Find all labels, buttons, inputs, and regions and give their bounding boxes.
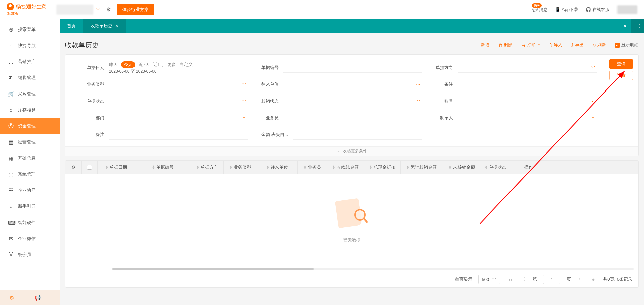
nav-label: 采购管理 [18,91,36,97]
nav-label: 基础信息 [18,155,36,161]
import-icon: ⤵ [550,43,552,48]
remark-input[interactable] [458,79,597,89]
sidebar-item-11[interactable]: ☼新手引导 [0,198,60,215]
sidebar-item-9[interactable]: ◌系统管理 [0,166,60,182]
column-header[interactable]: ▲▼收款总金额 [327,161,364,174]
sidebar-item-4[interactable]: 🛒采购管理 [0,86,60,102]
sidebar-item-7[interactable]: ▤经营管理 [0,134,60,150]
query-button[interactable]: 查询 [609,59,633,69]
sort-icon: ▲▼ [448,165,452,169]
first-page-button[interactable]: ⏮ [506,277,514,282]
column-header[interactable]: ▲▼单据编号 [135,161,191,174]
phone-icon: 📱 [555,7,560,12]
filter-panel: 查询 设置 单据日期 昨天今天近7天近1月更多自定义 2023-06-06 至 … [65,54,639,156]
sidebar-item-2[interactable]: ⛶营销推广 [0,54,60,70]
experience-button[interactable]: 体验行业方案 [117,4,154,15]
biztype-select[interactable]: ﹀ [109,79,248,89]
column-header[interactable]: ▲▼业务类型 [224,161,257,174]
messages-link[interactable]: 💬 消息 99+ [532,7,548,13]
creator-select[interactable]: ﹀ [458,113,597,123]
fullscreen-button[interactable]: ⛶ [631,19,644,33]
announce-icon[interactable]: 📢 [34,295,41,301]
import-button[interactable]: ⤵导入 [550,42,562,48]
date-pill-4[interactable]: 更多 [167,62,176,68]
staff-select[interactable]: ⋯ [283,113,422,123]
sidebar-item-8[interactable]: ▦基础信息 [0,150,60,166]
refresh-button[interactable]: ↻刷新 [592,42,606,48]
sidebar-item-6[interactable]: Ⓢ资金管理 [0,118,60,134]
date-pill-0[interactable]: 昨天 [109,62,118,68]
partner-select[interactable]: ⋯ [283,79,422,89]
org-switcher[interactable]: ﹀ [56,5,100,15]
tab-active-label: 收款单历史 [91,23,112,29]
per-page-select[interactable]: 500 ﹀ [478,274,501,284]
amounthead-input[interactable] [293,130,422,140]
sidebar-item-14[interactable]: V畅会员 [0,247,60,263]
direction-select[interactable]: ﹀ [458,63,597,73]
table-settings-header[interactable]: ⚙ [65,161,82,174]
content-area: 收款单历史 ＋新增 🗑删除 🖨打印 ﹀ ⤵导入 ⤴导出 ↻刷新 ✓显示明细 查询… [60,33,644,305]
user-avatar[interactable] [617,5,637,14]
docstatus-select[interactable]: ﹀ [109,96,248,106]
headset-icon: 🎧 [586,7,591,12]
column-header[interactable]: 操作 [510,161,547,174]
column-header[interactable]: ▲▼单据状态 [481,161,510,174]
filter-staff-label: 业务员 [248,115,279,121]
empty-illustration [333,198,370,231]
settings-button[interactable]: 设置 [609,71,633,80]
tab-close-button[interactable]: ✕ [619,19,631,33]
nav-icon: ☼ [8,203,14,209]
print-button[interactable]: 🖨打印 ﹀ [521,42,541,48]
add-button[interactable]: ＋新增 [475,42,489,48]
close-icon[interactable]: ✕ [115,24,118,28]
column-header[interactable]: ▲▼单据方向 [191,161,224,174]
sidebar-item-3[interactable]: 🛍销售管理 [0,70,60,86]
column-header[interactable]: ▲▼总现金折扣 [364,161,401,174]
sort-icon: ▲▼ [229,165,233,169]
sidebar-item-12[interactable]: ⌨智能硬件 [0,215,60,231]
filter-date-label: 单据日期 [73,65,104,71]
doc-no-input[interactable] [283,63,422,73]
column-header[interactable]: ▲▼未核销金额 [442,161,481,174]
sidebar-item-5[interactable]: ⌂库存核算 [0,102,60,118]
remark2-input[interactable] [109,130,248,140]
support-link[interactable]: 🎧 在线客服 [586,7,610,13]
settings-icon[interactable]: ⚙ [9,295,14,301]
column-header[interactable]: ▲▼往来单位 [257,161,298,174]
account-select[interactable]: ⋯ [458,96,597,106]
date-pill-1[interactable]: 今天 [121,61,135,68]
verify-select[interactable]: ﹀ [283,96,422,106]
collapse-filters[interactable]: ︿ 收起更多条件 [65,146,638,156]
sidebar-item-13[interactable]: ✉企业微信 [0,231,60,247]
horizontal-scrollbar[interactable] [65,267,638,271]
date-pill-2[interactable]: 近7天 [139,62,150,68]
sort-icon: ▲▼ [406,165,410,169]
tab-receipts-history[interactable]: 收款单历史 ✕ [83,19,126,33]
sort-icon: ▲▼ [332,165,335,169]
show-detail-toggle[interactable]: ✓显示明细 [615,42,639,48]
column-header[interactable]: ▲▼业务员 [298,161,327,174]
sidebar-item-1[interactable]: ⌂快捷导航 [0,38,60,54]
dept-select[interactable]: ﹀ [109,113,248,123]
chevron-down-icon: ﹀ [492,276,497,282]
date-pill-3[interactable]: 近1月 [153,62,164,68]
column-header[interactable]: ▲▼累计核销金额 [401,161,442,174]
nav-label: 快捷导航 [18,43,36,49]
app-download-link[interactable]: 📱 App下载 [555,7,578,13]
gear-icon[interactable]: ⚙ [106,6,111,13]
chevron-down-icon: ﹀ [537,42,541,48]
tab-home[interactable]: 首页 [60,19,83,33]
select-all-header[interactable] [82,161,98,174]
page-number-input[interactable]: 1 [543,274,560,284]
date-pill-5[interactable]: 自定义 [179,62,193,68]
export-button[interactable]: ⤴导出 [571,42,584,48]
last-page-button[interactable]: ⏭ [590,277,597,282]
sidebar-item-10[interactable]: ☷企业协同 [0,182,60,198]
export-icon: ⤴ [571,43,574,48]
column-header[interactable]: ▲▼单据日期 [98,161,135,174]
delete-button[interactable]: 🗑删除 [498,42,513,48]
sidebar-item-0[interactable]: ⊕搜索菜单 [0,21,60,38]
next-page-button[interactable]: 〉 [577,276,584,282]
prev-page-button[interactable]: 〈 [520,276,527,282]
chevron-down-icon: ﹀ [591,65,595,71]
